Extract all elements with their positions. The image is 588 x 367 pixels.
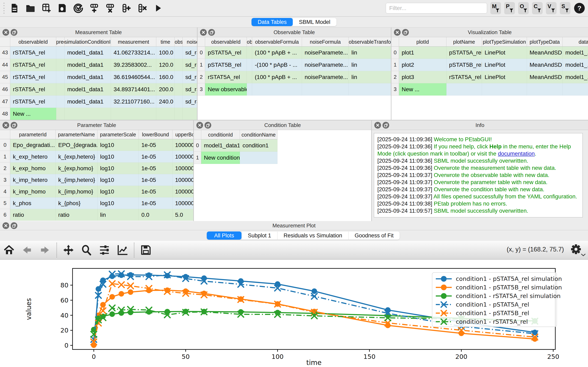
table-cell[interactable] [482,83,527,96]
table-cell[interactable]: sd_rSTAT5A_rel [183,47,197,59]
filter-conditions-button[interactable]: C [532,2,543,14]
tab-data-tables[interactable]: Data Tables [252,18,293,26]
table-cell[interactable]: 32.211077160... [111,96,156,108]
table-cell[interactable]: log10 [97,186,139,197]
table-cell[interactable] [252,83,302,96]
plot-canvas[interactable]: 050100150200250020406080timevaluescondit… [0,260,588,367]
toolbar-grip[interactable] [1,1,7,15]
row-number[interactable]: 3 [197,83,205,96]
row-number[interactable]: 47 [0,96,10,108]
measurement-table[interactable]: observableIdpreequilibrationConditionIds… [0,37,197,120]
table-cell[interactable]: rSTAT5A_rel [10,47,56,59]
tab-all-plots[interactable]: All Plots [207,232,241,240]
filter-parameters-button[interactable]: P [504,2,515,14]
forward-view-button[interactable] [36,242,54,258]
close-panel-button[interactable] [394,29,401,36]
table-cell[interactable]: k_{exp,homo} [56,162,97,174]
table-cell[interactable]: k_exp_homo [10,162,56,174]
table-cell[interactable]: model1_data1 [65,71,111,83]
column-header[interactable]: noiseFormula [302,37,349,47]
table-cell[interactable]: 1e-05 [139,151,172,162]
filter-visualizations-button[interactable]: V [546,2,556,14]
column-header[interactable]: lowerBound [139,130,172,139]
table-cell[interactable]: lin [349,47,391,59]
row-number[interactable]: 0 [194,139,201,152]
table-cell[interactable]: k_{exp,hetero} [56,151,97,162]
column-header[interactable]: datasetId [563,37,588,47]
visualization-table[interactable]: plotIdplotNameplotTypeSimulationplotType… [392,37,588,120]
table-cell[interactable]: condition1 [240,139,277,152]
home-view-button[interactable] [0,242,18,258]
filter-observables-button[interactable]: O [518,2,529,14]
table-cell[interactable]: 200.0 [156,83,175,96]
table-cell[interactable]: rSTAT5A_rel [10,96,56,108]
table-cell[interactable]: 1e-05 [139,197,172,209]
column-header[interactable]: upperBound [172,130,193,139]
table-cell[interactable]: model1_data1 [65,47,111,59]
filter-sbml-button[interactable]: S [560,2,571,14]
table-cell[interactable]: sd_rSTAT5A_rel [183,59,197,71]
table-cell[interactable]: model1_data1 [65,83,111,96]
float-panel-button[interactable] [205,122,211,129]
tab-sbml-model[interactable]: SBML Model [293,18,336,26]
table-cell[interactable]: noiseParamete... [302,59,349,71]
table-cell[interactable]: log10 [97,162,139,174]
table-cell[interactable]: 1e-05 [139,174,172,186]
table-cell[interactable]: 100000 [172,197,193,209]
measurement-plot-figure[interactable]: 050100150200250020406080timevaluescondit… [0,260,588,367]
table-cell[interactable]: k_{imp,hetero} [56,174,97,186]
table-cell[interactable]: 1e-05 [139,162,172,174]
row-number[interactable]: 0 [392,47,399,59]
table-cell[interactable]: LinePlot [482,47,527,59]
column-header[interactable]: preequilibrationConditionId [56,37,65,47]
column-header[interactable]: plotName [446,37,482,47]
row-number[interactable]: 1 [194,152,201,164]
row-number[interactable]: 1 [0,151,10,162]
table-cell[interactable] [175,108,183,120]
table-cell[interactable] [563,83,588,96]
column-header[interactable]: conditionId [201,130,240,139]
table-cell[interactable]: k_imp_homo [10,186,56,197]
plot-settings-button[interactable] [570,243,582,256]
table-cell[interactable] [175,83,183,96]
table-cell[interactable]: 0.0 [139,209,172,221]
row-number[interactable]: 45 [0,71,10,83]
table-cell[interactable]: rSTAT5A_rel [446,71,482,83]
table-cell[interactable]: Epo_degradati... [10,139,56,151]
close-panel-button[interactable] [2,222,9,229]
row-number[interactable]: 0 [197,47,205,59]
table-cell[interactable]: ratio [56,209,97,221]
column-header[interactable]: plotTypeData [527,37,563,47]
table-cell[interactable] [156,108,175,120]
column-header[interactable]: observableId [10,37,56,47]
table-cell[interactable] [349,83,391,96]
table-cell[interactable] [56,96,65,108]
table-cell[interactable]: MeanAndSD [527,59,563,71]
table-cell[interactable]: rSTAT5A_rel [10,59,56,71]
table-cell[interactable]: 240.0 [156,96,175,108]
table-cell[interactable]: 34.893714401... [111,83,156,96]
row-number[interactable]: 5 [0,197,10,209]
table-cell[interactable]: (100 * pApB + ... [252,71,302,83]
table-cell[interactable]: plot1 [399,47,446,59]
table-cell[interactable]: MeanAndSD [527,71,563,83]
observable-table[interactable]: observableIdobservableNameobservableForm… [197,37,391,120]
table-cell[interactable] [247,83,252,96]
run-simulation-button[interactable] [150,1,166,15]
column-header[interactable]: parameterScale [97,130,139,139]
table-cell[interactable]: LinePlot [482,71,527,83]
table-cell[interactable]: 100000 [172,151,193,162]
table-cell[interactable]: 39.23583002... [111,59,156,71]
chevron-down-icon[interactable] [581,253,586,256]
row-number[interactable]: 43 [0,47,10,59]
table-cell[interactable]: 160.0 [156,71,175,83]
table-cell[interactable]: 41.062733214... [111,47,156,59]
validate-button[interactable] [70,1,86,15]
table-cell[interactable]: lin [349,71,391,83]
row-number[interactable]: 1 [392,59,399,71]
column-header[interactable]: plotId [399,37,446,47]
table-cell[interactable]: ratio [10,209,56,221]
pan-button[interactable] [60,242,77,258]
table-cell[interactable] [56,108,65,120]
table-cell[interactable]: k_phos [10,197,56,209]
